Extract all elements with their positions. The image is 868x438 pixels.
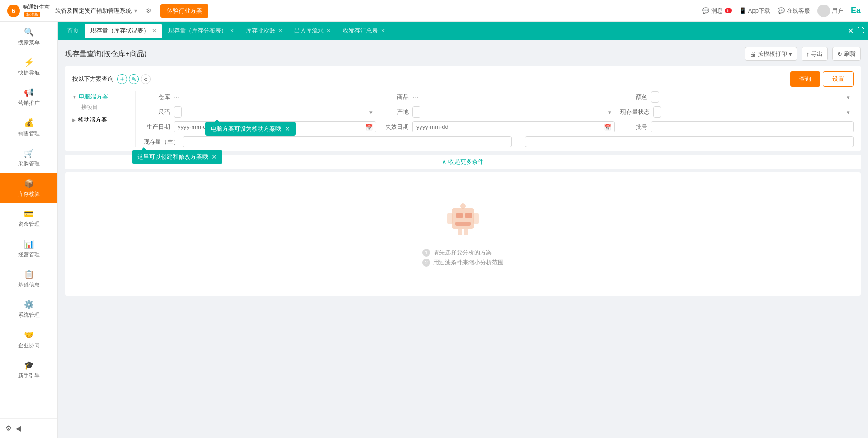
goods-dots[interactable]: ··· (412, 93, 418, 101)
size-select[interactable] (174, 106, 182, 118)
inv-qty-from[interactable] (183, 136, 512, 147)
expire-date-from[interactable] (412, 121, 615, 132)
tooltip-scheme-edit: 这里可以创建和修改方案哦 ✕ (132, 150, 222, 164)
tooltip-desktop-close[interactable]: ✕ (285, 125, 290, 132)
size-label: 尺码 (143, 108, 170, 116)
empty-state: 1 请先选择要分析的方案 2 用过滤条件来缩小分析范围 (65, 172, 861, 296)
tab-close-batch-ledger[interactable]: ✕ (278, 28, 283, 34)
edit-scheme-btn[interactable]: ✎ (129, 74, 139, 84)
sidebar-item-basic[interactable]: 📋 基础信息 (0, 264, 57, 294)
expire-date-wrapper: 📅 (412, 121, 615, 132)
tab-batch-ledger[interactable]: 库存批次账 ✕ (241, 24, 288, 38)
field-warehouse: 仓库 ··· (143, 93, 376, 101)
inv-qty-to[interactable] (525, 136, 854, 147)
app-download-button[interactable]: 📱 App下载 (739, 7, 770, 15)
prod-date-icon[interactable]: 📅 (365, 123, 373, 130)
svg-rect-2 (465, 213, 472, 218)
sidebar-item-inventory[interactable]: 📦 库存核算 (0, 173, 57, 203)
step2-num: 2 (422, 259, 430, 267)
filter-card: 按以下方案查询 ＋ ✎ « 查询 设置 (65, 66, 861, 151)
desktop-scheme-label[interactable]: 电脑端方案 (79, 93, 108, 101)
svg-rect-5 (473, 213, 479, 224)
search-actions: 查询 设置 (790, 71, 854, 87)
sidebar-item-guide[interactable]: 🎓 新手引导 (0, 355, 57, 385)
marketing-icon: 📢 (24, 88, 34, 98)
inv-status-select[interactable] (653, 106, 661, 118)
export-label: 导出 (811, 50, 823, 58)
goods-label: 商品 (382, 93, 409, 101)
sidebar-item-nav[interactable]: ⚡ 快捷导航 (0, 52, 57, 82)
filter-label: 按以下方案查询 (72, 75, 113, 83)
print-button[interactable]: 🖨 按模板打印 ▾ (745, 47, 797, 61)
tab-inout-flow[interactable]: 出入库流水 ✕ (289, 24, 336, 38)
scheme-desktop[interactable]: ▼ 电脑端方案 (72, 91, 130, 102)
sidebar-item-label: 基础信息 (18, 281, 40, 289)
sidebar-item-operation[interactable]: 📊 经营管理 (0, 234, 57, 264)
scheme-sub-item1[interactable]: 接项目 (81, 102, 130, 113)
sidebar-item-label: 搜索菜单 (18, 39, 40, 47)
tab-close-recv-summary[interactable]: ✕ (381, 28, 385, 34)
tab-close-all[interactable]: ✕ (848, 27, 854, 35)
sidebar-collapse-icon[interactable]: ◀ (15, 424, 21, 433)
collapse-up-icon: ∧ (442, 159, 447, 165)
mobile-scheme-label[interactable]: 移动端方案 (78, 116, 107, 124)
tab-close-inventory-dist[interactable]: ✕ (230, 28, 234, 34)
tab-inventory-status-label: 现存量（库存状况表） (90, 27, 149, 35)
desktop-arrow-icon[interactable]: ▼ (72, 94, 77, 99)
back-scheme-btn[interactable]: « (141, 74, 151, 84)
ea-label: Ea (851, 6, 861, 15)
tab-fullscreen[interactable]: ⛶ (857, 27, 864, 35)
sidebar-item-label: 资金管理 (18, 221, 40, 228)
add-scheme-btn[interactable]: ＋ (117, 74, 127, 84)
prod-date-label: 生产日期 (143, 123, 170, 131)
sidebar-item-finance[interactable]: 💳 资金管理 (0, 203, 57, 234)
batch-input[interactable] (651, 121, 854, 132)
print-arrow: ▾ (789, 51, 792, 57)
tab-inventory-dist[interactable]: 现存量（库存分布表） ✕ (163, 24, 240, 38)
scheme-mobile[interactable]: ▶ 移动端方案 (72, 114, 130, 125)
page-content: 现存量查询(按仓库+商品) 🖨 按模板打印 ▾ ↑ 导出 ↻ 刷新 (58, 40, 868, 438)
svg-rect-3 (455, 222, 471, 226)
tab-home[interactable]: 首页 (61, 24, 84, 38)
tab-recv-summary[interactable]: 收发存汇总表 ✕ (337, 24, 391, 38)
warehouse-dots[interactable]: ··· (174, 93, 179, 101)
tab-recv-summary-label: 收发存汇总表 (343, 27, 378, 35)
sidebar-item-enterprise[interactable]: 🤝 企业协同 (0, 325, 57, 355)
tab-inventory-status[interactable]: 现存量（库存状况表） ✕ (85, 24, 162, 38)
svg-rect-6 (458, 229, 462, 235)
export-button[interactable]: ↑ 导出 (802, 47, 828, 61)
tooltip-desktop-scheme: 电脑方案可设为移动方案哦 ✕ (205, 122, 296, 136)
tab-close-inventory-status[interactable]: ✕ (152, 28, 156, 34)
sidebar-item-search[interactable]: 🔍 搜索菜单 (0, 22, 57, 52)
search-button[interactable]: 查询 (790, 71, 820, 87)
svg-rect-1 (456, 213, 463, 218)
sidebar-item-system[interactable]: ⚙️ 系统管理 (0, 294, 57, 325)
sidebar-item-sales[interactable]: 💰 销售管理 (0, 113, 57, 143)
origin-select[interactable] (412, 106, 420, 118)
tab-close-inout-flow[interactable]: ✕ (326, 28, 331, 34)
color-select[interactable] (651, 91, 659, 103)
print-icon: 🖨 (750, 51, 756, 57)
finance-icon: 💳 (24, 209, 34, 219)
tooltip-scheme-edit-close[interactable]: ✕ (212, 153, 217, 160)
sidebar-settings-icon[interactable]: ⚙ (5, 424, 12, 433)
sidebar-item-marketing[interactable]: 📢 营销推广 (0, 82, 57, 113)
sidebar: 🔍 搜索菜单 ⚡ 快捷导航 📢 营销推广 💰 销售管理 🛒 采购管理 📦 库存核… (0, 22, 58, 438)
user-menu[interactable]: 用户 (817, 5, 844, 17)
message-button[interactable]: 💬 消息 6 (702, 7, 732, 15)
refresh-button[interactable]: ↻ 刷新 (832, 47, 861, 61)
sidebar-item-label: 企业协同 (18, 342, 40, 349)
settings-icon[interactable]: ⚙ (142, 5, 155, 17)
svg-rect-7 (464, 229, 468, 235)
expire-date-icon[interactable]: 📅 (604, 123, 611, 130)
trial-button[interactable]: 体验行业方案 (160, 4, 208, 18)
field-inv-status: 现存量状态 (620, 106, 854, 118)
mobile-arrow-icon[interactable]: ▶ (72, 118, 76, 122)
online-support-button[interactable]: 💬 在线客服 (778, 7, 810, 15)
sidebar-item-label: 新手引导 (18, 372, 40, 380)
filter-controls: ＋ ✎ « (117, 74, 151, 84)
reset-button[interactable]: 设置 (823, 71, 854, 87)
sidebar-item-purchase[interactable]: 🛒 采购管理 (0, 143, 57, 173)
filters-right: 仓库 ··· 商品 ··· 颜色 (143, 91, 854, 147)
svg-rect-4 (447, 213, 453, 224)
